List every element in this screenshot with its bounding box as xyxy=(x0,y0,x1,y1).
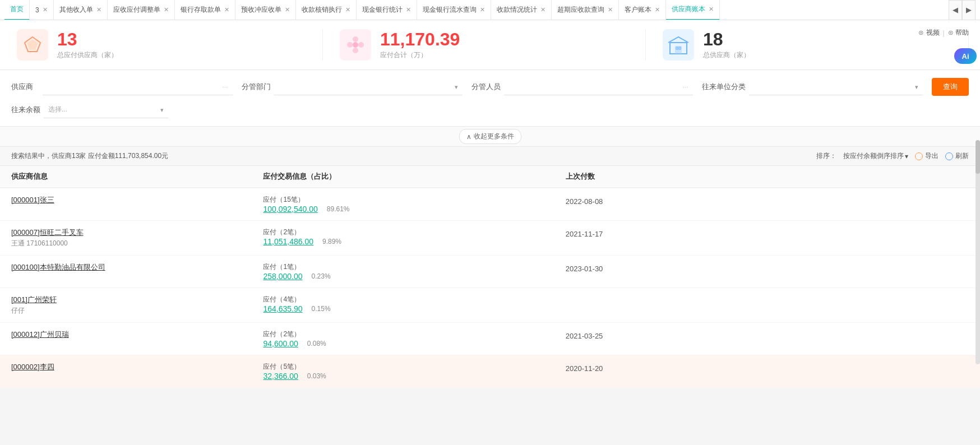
export-icon xyxy=(915,152,923,160)
cell-supplier-1: [000007]恒旺二手叉车 王通 17106110000 xyxy=(11,228,263,248)
svg-point-2 xyxy=(353,42,358,48)
col-header-supplier: 供应商信息 xyxy=(11,171,263,182)
close-icon[interactable]: ✕ xyxy=(406,6,411,13)
supplier-link-0[interactable]: [000001]张三 xyxy=(11,195,263,205)
col-header-lastpay: 上次付数 xyxy=(566,171,768,182)
filter-row-1: 供应商 ··· 分管部门 分管人员 ··· 往来单位分类 xyxy=(11,78,969,96)
svg-point-5 xyxy=(347,42,353,48)
cell-lastpay-3 xyxy=(566,295,768,297)
ai-button[interactable]: Ai xyxy=(954,48,977,64)
close-icon[interactable]: ✕ xyxy=(608,6,613,13)
svg-point-3 xyxy=(353,36,358,42)
col-header-extra xyxy=(767,171,969,182)
nav-tab-customer-book[interactable]: 客户账本 ✕ xyxy=(619,0,666,20)
close-icon[interactable]: ✕ xyxy=(480,6,485,13)
table-row: [000012]广州贝瑞 应付（2笔） 94,600.00 0.08% 2021… xyxy=(0,323,980,355)
nav-next-button[interactable]: ▶ xyxy=(962,0,976,20)
store-icon xyxy=(663,29,694,61)
svg-point-4 xyxy=(353,48,358,53)
cell-transaction-4: 应付（2笔） 94,600.00 0.08% xyxy=(263,330,565,348)
tx-amount-4[interactable]: 94,600.00 xyxy=(263,339,298,348)
nav-tab-home[interactable]: 首页 xyxy=(4,0,30,20)
supplier-link-1[interactable]: [000007]恒旺二手叉车 xyxy=(11,228,263,238)
nav-tab-ar-ap-adjust[interactable]: 应收应付调整单 ✕ xyxy=(108,0,175,20)
help-link[interactable]: ⊙ 帮助 xyxy=(948,28,969,38)
close-icon[interactable]: ✕ xyxy=(345,6,350,13)
nav-tab-supplier-book[interactable]: 供应商账本 ✕ xyxy=(666,0,720,20)
nav-tab-cash-bank-stat[interactable]: 现金银行统计 ✕ xyxy=(357,0,417,20)
cell-supplier-3: [001]广州荣轩 仔仔 xyxy=(11,295,263,316)
supplier-input[interactable]: ··· xyxy=(43,78,233,95)
supplier-link-5[interactable]: [000002]李四 xyxy=(11,362,263,372)
nav-tab-bank-deposit[interactable]: 银行存取款单 ✕ xyxy=(175,0,235,20)
tx-amount-5[interactable]: 32,366.00 xyxy=(263,372,298,381)
sort-select[interactable]: 按应付余额倒序排序 ▾ xyxy=(843,151,908,161)
tx-percent-2: 0.23% xyxy=(312,272,331,280)
video-link[interactable]: ⊙ 视频 xyxy=(918,28,939,38)
close-icon[interactable]: ✕ xyxy=(655,6,660,13)
table-row: [000100]本特勤油品有限公司 应付（1笔） 258,000.00 0.23… xyxy=(0,256,980,288)
table-header: 供应商信息 应付交易信息（占比） 上次付数 xyxy=(0,166,980,188)
chevron-down-icon: ▾ xyxy=(905,152,908,160)
nav-arrows: ◀ ▶ xyxy=(949,0,976,20)
balance-select[interactable]: 选择... xyxy=(44,101,168,118)
nav-tab-prepay-charge[interactable]: 预收冲应收单 ✕ xyxy=(235,0,296,20)
supplier-link-2[interactable]: [000100]本特勤油品有限公司 xyxy=(11,262,263,272)
close-icon[interactable]: ✕ xyxy=(285,6,290,13)
cell-transaction-0: 应付（15笔） 100,092,540.00 89.61% xyxy=(263,195,565,214)
refresh-button[interactable]: 刷新 xyxy=(945,151,969,161)
results-bar: 搜索结果中，供应商13家 应付金额111,703,854.00元 排序： 按应付… xyxy=(0,147,980,166)
cell-lastpay-1: 2021-11-17 xyxy=(566,228,768,238)
tx-amount-2[interactable]: 258,000.00 xyxy=(263,272,302,281)
tx-label-5: 应付（5笔） xyxy=(263,362,565,372)
tx-percent-1: 9.89% xyxy=(322,238,341,245)
collapse-button[interactable]: ∧ 收起更多条件 xyxy=(459,129,521,144)
diamond-icon xyxy=(17,29,48,61)
nav-tab-receipt-verify[interactable]: 收款核销执行 ✕ xyxy=(296,0,357,20)
data-table: 供应商信息 应付交易信息（占比） 上次付数 [000001]张三 应付（15笔）… xyxy=(0,166,980,388)
supplier-sub-3: 仔仔 xyxy=(11,306,263,316)
tx-amount-0[interactable]: 100,092,540.00 xyxy=(263,205,317,214)
close-icon[interactable]: ✕ xyxy=(164,6,169,13)
nav-tab-3[interactable]: 3 ✕ xyxy=(30,0,54,20)
refresh-icon xyxy=(945,152,953,160)
nav-prev-button[interactable]: ◀ xyxy=(949,0,962,20)
tx-amount-3[interactable]: 164,635.90 xyxy=(263,304,302,313)
person-input[interactable]: ··· xyxy=(504,78,693,95)
stat-card-payable-total: 11,170.39 应付合计（万） xyxy=(323,29,646,61)
filter-balance: 往来余额 选择... xyxy=(11,101,168,118)
tx-label-1: 应付（2笔） xyxy=(263,228,565,237)
nav-tab-cash-bank-flow[interactable]: 现金银行流水查询 ✕ xyxy=(417,0,491,20)
close-icon[interactable]: ✕ xyxy=(540,6,546,13)
stat-info-payable: 13 总应付供应商（家） xyxy=(57,30,118,60)
cell-lastpay-2: 2023-01-30 xyxy=(566,262,768,273)
filter-person: 分管人员 ··· xyxy=(471,78,693,95)
tx-percent-5: 0.03% xyxy=(307,372,326,380)
stat-info-suppliers: 18 总供应商（家） xyxy=(703,30,750,60)
svg-point-6 xyxy=(358,42,364,48)
query-button[interactable]: 查询 xyxy=(932,78,969,96)
separator: | xyxy=(943,29,945,37)
table-body: [000001]张三 应付（15笔） 100,092,540.00 89.61%… xyxy=(0,188,980,388)
supplier-link-4[interactable]: [000012]广州贝瑞 xyxy=(11,330,263,340)
tx-amount-1[interactable]: 11,051,486.00 xyxy=(263,237,313,246)
scrollbar-thumb[interactable] xyxy=(976,140,980,174)
nav-tab-other-income[interactable]: 其他收入单 ✕ xyxy=(54,0,108,20)
supplier-link-3[interactable]: [001]广州荣轩 xyxy=(11,295,263,305)
nav-tab-receipt-stat[interactable]: 收款情况统计 ✕ xyxy=(491,0,552,20)
export-button[interactable]: 导出 xyxy=(915,151,939,161)
cell-transaction-5: 应付（5笔） 32,366.00 0.03% xyxy=(263,362,565,381)
cell-lastpay-0: 2022-08-08 xyxy=(566,195,768,206)
col-header-transaction: 应付交易信息（占比） xyxy=(263,171,565,182)
top-right-links: ⊙ 视频 | ⊙ 帮助 xyxy=(918,28,969,38)
results-right: 排序： 按应付余额倒序排序 ▾ 导出 刷新 xyxy=(816,151,969,161)
close-icon[interactable]: ✕ xyxy=(96,6,101,13)
category-select[interactable] xyxy=(749,78,923,95)
scrollbar[interactable] xyxy=(976,140,980,364)
close-icon[interactable]: ✕ xyxy=(224,6,229,13)
nav-tab-overdue-ar[interactable]: 超期应收款查询 ✕ xyxy=(552,0,619,20)
close-icon[interactable]: ✕ xyxy=(709,6,714,13)
cell-supplier-4: [000012]广州贝瑞 xyxy=(11,330,263,340)
dept-select[interactable] xyxy=(274,78,463,95)
close-icon[interactable]: ✕ xyxy=(43,6,48,13)
